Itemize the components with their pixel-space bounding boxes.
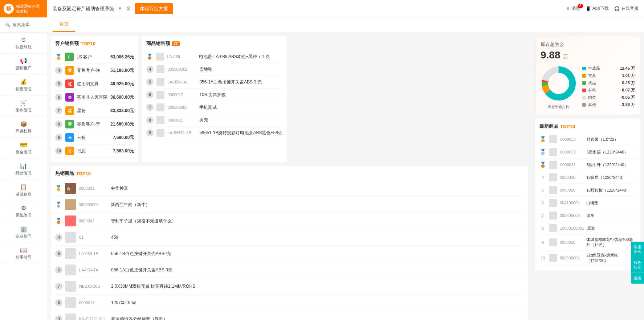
product-code-5: LA-056-1A xyxy=(167,80,196,84)
product-img-9 xyxy=(156,129,164,137)
customer-avatar-8: 肖 xyxy=(65,147,74,155)
trial-btn[interactable]: 体验行业方案 xyxy=(135,3,173,14)
legend-val-1: 1.01 万 xyxy=(622,73,635,78)
product-sales-badge: 27 xyxy=(172,41,179,46)
settings-gear-icon[interactable]: ⚙ xyxy=(126,5,131,12)
float-btn-live[interactable]: 直播 xyxy=(631,273,644,284)
basic-icon: 📋 xyxy=(20,184,27,190)
marketing-icon: 📢 xyxy=(20,57,27,64)
customer-top10-label: TOP10 xyxy=(81,41,95,46)
hot-product-name-5: 056-1B白色按键开关壳ABS2壳 xyxy=(111,251,523,257)
product-sales-title: 商品销售额 xyxy=(146,40,170,47)
sidebar-item-inventory[interactable]: 📦 库存核算 xyxy=(0,117,47,138)
main-area: 装备及固定资产辅助管理系统 ▼ ⚙ 体验行业方案 🖥 消息 6 📱 App下载 … xyxy=(47,0,644,320)
legend-name-4: 肉类 xyxy=(588,95,619,100)
float-btn-service[interactable]: 客服热线 xyxy=(631,242,644,257)
new-product-row-7: 7 000800008 原童 xyxy=(539,209,636,222)
float-btn-service-label: 客服热线 xyxy=(634,245,641,254)
legend-val-0: 12.45 万 xyxy=(620,66,635,71)
medal-1-icon: 🏅 xyxy=(55,54,62,60)
basic-label: 基础信息 xyxy=(16,192,32,197)
sidebar-item-quick-nav[interactable]: ⊙ 快捷导航 xyxy=(0,33,47,54)
sidebar-item-marketing[interactable]: 📢 营销推广 xyxy=(0,54,47,75)
svg-rect-11 xyxy=(65,232,76,243)
finance-icon: 💳 xyxy=(20,141,27,148)
search-label: 搜索菜单 xyxy=(12,22,30,28)
hot-product-name-2: 新西兰牛肉（新牛） xyxy=(111,202,523,208)
sidebar-item-basic[interactable]: 📋 基础信息 xyxy=(0,180,47,201)
legend-name-2: 成品 xyxy=(588,80,620,86)
product-img-7 xyxy=(156,103,164,111)
new-product-code-2: 0000032 xyxy=(560,150,584,154)
hot-product-code-8: 0000011 xyxy=(79,300,108,305)
product-sales-list: 🥉 LA-089 电池盖 LA-089 ABS本色+黑种 7.1 克 4 xyxy=(146,50,282,139)
inventory-icon: 📦 xyxy=(20,120,27,127)
product-name-3: 电池盖 LA-089 ABS本色+黑种 7.1 克 xyxy=(199,54,282,60)
customer-row-2: 4 零 零售客户-许 51,183.00元 xyxy=(55,64,134,77)
float-btn-community-label: 服务社区 xyxy=(634,260,641,269)
rank-num-2: 4 xyxy=(55,67,62,74)
purchase-icon: 🛒 xyxy=(20,99,27,106)
new-product-img-6 xyxy=(549,199,557,207)
new-product-name-3: 5厘中纤（1220*2440） xyxy=(587,162,636,168)
customer-value-6: 21,680.00元 xyxy=(110,121,134,127)
sidebar-item-purchase[interactable]: 🛒 采购管理 xyxy=(0,96,47,117)
new-product-name-1: 封边带（1.0*22） xyxy=(587,137,636,142)
hot-product-img-7 xyxy=(65,281,76,292)
sidebar-item-guide[interactable]: 📖 新手引导 xyxy=(0,243,47,264)
hot-product-code-4: 01 xyxy=(79,235,108,239)
hot-product-row-9: 9 KK-SD22110H 花语萌恒温分蘸罐套（厚款） xyxy=(55,311,523,320)
legend-item-0: 半成品 12.45 万 xyxy=(582,66,635,71)
float-btn-community[interactable]: 服务社区 xyxy=(631,257,644,273)
online-service-btn[interactable]: 🎧 在线客服 xyxy=(614,5,639,12)
new-product-row-1: 🏅 0000033 封边带（1.0*22） xyxy=(539,133,636,146)
app-download-btn[interactable]: 📱 App下载 xyxy=(586,5,609,12)
rank-num-7: 9 xyxy=(55,134,62,141)
sidebar-nav: ⊙ 快捷导航 📢 营销推广 💰 销售管理 🛒 采购管理 📦 库存核算 💳 资金管… xyxy=(0,33,47,320)
product-code-4: 001000002 xyxy=(167,67,196,71)
customer-name-5: 星扬 xyxy=(77,108,107,114)
sidebar-item-operation[interactable]: 📊 经营管理 xyxy=(0,159,47,180)
sidebar-item-sales[interactable]: 💰 销售管理 xyxy=(0,75,47,96)
content-area: 客户销售额 TOP10 🏅 L LS 客户 53,006.26元 xyxy=(47,32,644,320)
svg-rect-24 xyxy=(549,161,557,169)
legend-item-3: 材料 0.07 万 xyxy=(582,87,635,93)
search-menu-btn[interactable]: 🔍 搜索菜单 xyxy=(0,17,47,33)
customer-avatar-2: 零 xyxy=(65,66,74,75)
new-product-name-7: 原童 xyxy=(586,213,636,218)
sidebar-item-enterprise[interactable]: 🏢 企业协同 xyxy=(0,222,47,243)
hot-product-code-3: 0000002 xyxy=(79,219,108,223)
sidebar: 畅 畅捷通好生意 标准版 🔍 搜索菜单 ⊙ 快捷导航 📢 营销推广 💰 销售管理… xyxy=(0,0,47,320)
sidebar-item-finance[interactable]: 💳 资金管理 xyxy=(0,138,47,159)
legend-dot-5 xyxy=(582,103,586,107)
hot-product-img-9 xyxy=(65,313,76,320)
customer-row-3: 5 红 红太阳文具 40,925.00元 xyxy=(55,77,134,91)
donut-chart xyxy=(541,65,577,102)
tab-home[interactable]: 首页 xyxy=(53,17,75,32)
new-products-top10: TOP10 xyxy=(560,124,575,129)
new-product-code-10: 003800001 xyxy=(560,256,583,260)
product-name-8: 夹壳 xyxy=(199,117,282,123)
guide-label: 新手引导 xyxy=(16,255,32,260)
new-product-name-6: 白钢垫 xyxy=(586,200,636,206)
hot-product-name-1: 中华神器 xyxy=(111,185,523,192)
product-img-6 xyxy=(156,91,164,99)
message-btn[interactable]: 🖥 消息 6 xyxy=(566,5,580,12)
customer-row-6: 8 零 零售客户-于 21,680.00元 xyxy=(55,118,134,131)
bronze-medal-icon: 🥉 xyxy=(146,53,153,60)
hot-products-title: 热销商品 xyxy=(55,170,74,177)
legend-item-5: 其他 -3.86 万 xyxy=(582,102,635,107)
svg-rect-10 xyxy=(65,216,76,226)
hot-products-card: 热销商品 TOP10 🏅 食 0000001 中华神器 xyxy=(51,166,528,320)
dropdown-arrow-icon[interactable]: ▼ xyxy=(118,6,122,11)
legend-name-5: 其他 xyxy=(588,102,619,107)
new-product-code-8: 10000100001 xyxy=(560,226,584,230)
hot-product-img-6 xyxy=(65,264,76,275)
hot-products-list: 🏅 食 0000001 中华神器 🥈 000500001 xyxy=(55,180,523,320)
sidebar-item-system[interactable]: ⚙ 系统管理 xyxy=(0,201,47,222)
hot-medal-2: 🥈 xyxy=(55,201,62,208)
legend-dot-2 xyxy=(582,81,586,85)
marketing-label: 营销推广 xyxy=(16,65,32,71)
customer-ranking-title: 客户销售额 xyxy=(55,40,79,47)
svg-rect-4 xyxy=(156,103,164,111)
